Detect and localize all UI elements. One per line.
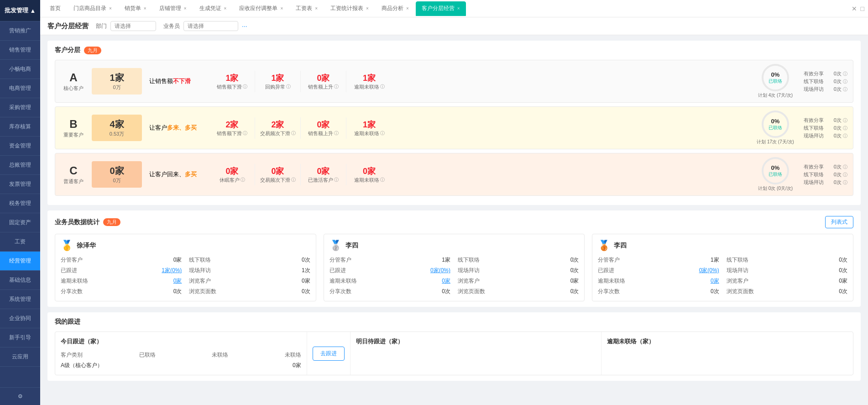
staff-stat-value[interactable]: 0家 xyxy=(442,277,450,285)
sidebar-item-税务管理[interactable]: 税务管理 xyxy=(0,194,40,213)
sidebar-item-资金管理[interactable]: 资金管理 xyxy=(0,137,40,156)
sidebar-item-采购管理[interactable]: 采购管理 xyxy=(0,98,40,117)
staff-stat-label: 分享次数 xyxy=(61,288,83,295)
staff-stat-label: 线下联络 xyxy=(189,256,211,264)
sidebar-item-固定资产[interactable]: 固定资产 xyxy=(0,213,40,232)
info-icon[interactable]: ⓘ xyxy=(243,130,247,137)
info-icon[interactable]: ⓘ xyxy=(334,177,339,183)
info-icon[interactable]: ⓘ xyxy=(291,130,296,137)
sidebar-item-发票管理[interactable]: 发票管理 xyxy=(0,175,40,194)
staff-stat-row: 已跟进 1家(0%) xyxy=(61,267,182,274)
info-icon-right[interactable]: ⓘ xyxy=(843,87,847,92)
staff-stat-label: 分管客户 xyxy=(61,256,83,264)
restore-window-icon[interactable]: □ xyxy=(861,5,864,12)
tab-销货单[interactable]: 销货单× xyxy=(119,1,152,16)
staff-stats-section: 业务员数据统计 九月 列表式 🥇 徐泽华 分管客户 0家 线下联络 0次 已跟进… xyxy=(47,210,861,307)
staff-stat-label: 浏览客户 xyxy=(727,277,748,285)
sidebar-item-营销推广[interactable]: 营销推广 xyxy=(0,21,40,41)
tab-close-icon[interactable]: × xyxy=(457,6,460,11)
staff-section-header: 业务员数据统计 九月 列表式 xyxy=(55,216,853,228)
sidebar-item-小畅电商[interactable]: 小畅电商 xyxy=(0,60,40,79)
info-icon-right[interactable]: ⓘ xyxy=(843,126,847,131)
dept-select[interactable] xyxy=(110,21,156,31)
tier-stats: 0家 休眠客户 ⓘ 0家 交易频次下滑 ⓘ 0家 已激活客户 ⓘ 0家 逾期未联… xyxy=(206,160,753,189)
info-icon[interactable]: ⓘ xyxy=(243,84,247,90)
staff-stat-value: 0次 xyxy=(711,288,719,295)
tier-stat-number: 0家 xyxy=(363,166,376,177)
tab-应收应付调整单[interactable]: 应收应付调整单× xyxy=(233,1,289,16)
tab-店铺管理[interactable]: 店铺管理× xyxy=(153,1,193,16)
tab-门店商品目录[interactable]: 门店商品目录× xyxy=(68,1,118,16)
a-tier-value: 0家 xyxy=(293,362,301,369)
tab-商品分析[interactable]: 商品分析× xyxy=(376,1,415,16)
info-icon-right[interactable]: ⓘ xyxy=(843,118,847,123)
sidebar-item-系统管理[interactable]: 系统管理 xyxy=(0,290,40,309)
info-icon[interactable]: ⓘ xyxy=(334,84,339,90)
info-icon-right[interactable]: ⓘ xyxy=(843,164,847,169)
sidebar-item-工资[interactable]: 工资 xyxy=(0,232,40,252)
tab-工资统计报表[interactable]: 工资统计报表× xyxy=(324,1,375,16)
tab-close-icon[interactable]: × xyxy=(315,6,318,11)
circle-pct: 0% xyxy=(771,71,780,78)
staff-stat-value[interactable]: 0家(0%) xyxy=(699,267,719,274)
sidebar-item-经营管理[interactable]: 经营管理 xyxy=(0,252,40,271)
tab-工资表[interactable]: 工资表× xyxy=(290,1,324,16)
more-options-icon[interactable]: ··· xyxy=(242,22,247,30)
staff-stat-label: 分管客户 xyxy=(329,256,351,264)
staff-stat-value[interactable]: 0家(0%) xyxy=(430,267,450,274)
staff-select[interactable] xyxy=(183,21,238,31)
tomorrow-followup-title: 明日待跟进（家） xyxy=(356,337,596,346)
tier-stat-item: 2家 销售额下滑 ⓘ xyxy=(209,117,255,139)
sidebar-settings[interactable]: ⚙ xyxy=(0,387,40,405)
tier-right-stats: 有效分享 0次 ⓘ 线下联络 0次 ⓘ 现场拜访 0次 ⓘ xyxy=(798,162,853,188)
tab-close-icon[interactable]: × xyxy=(184,6,187,11)
sidebar-item-库存核算[interactable]: 库存核算 xyxy=(0,117,40,137)
info-icon[interactable]: ⓘ xyxy=(380,84,385,90)
go-followup-button[interactable]: 去跟进 xyxy=(313,347,345,361)
info-icon[interactable]: ⓘ xyxy=(286,84,291,90)
close-window-icon[interactable]: ✕ xyxy=(852,5,857,12)
list-view-button[interactable]: 列表式 xyxy=(825,216,853,228)
tier-stat-number: 1家 xyxy=(225,73,238,84)
staff-stat-value[interactable]: 1家(0%) xyxy=(162,267,182,274)
tier-right-stat-label: 有效分享 xyxy=(804,163,824,170)
tab-首页[interactable]: 首页 xyxy=(44,1,67,16)
sidebar-collapse-icon[interactable]: ▲ xyxy=(30,7,36,14)
tab-close-icon[interactable]: × xyxy=(366,6,369,11)
tab-close-icon[interactable]: × xyxy=(109,6,112,11)
tab-客户分层经营[interactable]: 客户分层经营× xyxy=(416,1,466,16)
info-icon[interactable]: ⓘ xyxy=(380,177,385,183)
tier-right-stat-item: 线下联络 0次 ⓘ xyxy=(804,125,847,131)
tab-close-icon[interactable]: × xyxy=(224,6,227,11)
sidebar-item-云应用[interactable]: 云应用 xyxy=(0,347,40,367)
sidebar-item-企业协同[interactable]: 企业协同 xyxy=(0,309,40,328)
sidebar-header[interactable]: 批发管理 ▲ xyxy=(0,0,40,21)
tab-close-icon[interactable]: × xyxy=(144,6,146,11)
sidebar-item-电商管理[interactable]: 电商管理 xyxy=(0,79,40,98)
tier-stat-label: 销售额下滑 ⓘ xyxy=(217,130,247,137)
info-icon-right[interactable]: ⓘ xyxy=(843,71,847,76)
tier-right-stat-value: 0次 ⓘ xyxy=(834,78,847,85)
info-icon-right[interactable]: ⓘ xyxy=(843,172,847,177)
tier-stat-item: 0家 销售额上升 ⓘ xyxy=(301,71,346,92)
info-icon[interactable]: ⓘ xyxy=(334,130,339,137)
info-icon-right[interactable]: ⓘ xyxy=(843,133,847,138)
staff-stat-value[interactable]: 0家 xyxy=(173,277,182,285)
tab-生成凭证[interactable]: 生成凭证× xyxy=(193,1,233,16)
sidebar-item-总账管理[interactable]: 总账管理 xyxy=(0,156,40,175)
sidebar-item-新手引导[interactable]: 新手引导 xyxy=(0,328,40,347)
tab-close-icon[interactable]: × xyxy=(280,6,283,11)
sidebar-item-基础信息[interactable]: 基础信息 xyxy=(0,271,40,290)
staff-stat-label: 已跟进 xyxy=(61,267,77,274)
info-icon-right[interactable]: ⓘ xyxy=(843,180,847,185)
staff-stat-value[interactable]: 0家 xyxy=(711,277,719,285)
staff-stat-row: 分管客户 0家 xyxy=(61,256,182,264)
info-icon[interactable]: ⓘ xyxy=(380,130,385,137)
tab-close-icon[interactable]: × xyxy=(406,6,409,11)
staff-stat-row: 现场拜访 1次 xyxy=(189,267,310,274)
sidebar-item-销售管理[interactable]: 销售管理 xyxy=(0,41,40,60)
info-icon-right[interactable]: ⓘ xyxy=(843,79,847,84)
info-icon[interactable]: ⓘ xyxy=(291,177,296,183)
info-icon[interactable]: ⓘ xyxy=(241,177,245,183)
today-followup-title: 今日跟进（家） xyxy=(61,337,301,346)
